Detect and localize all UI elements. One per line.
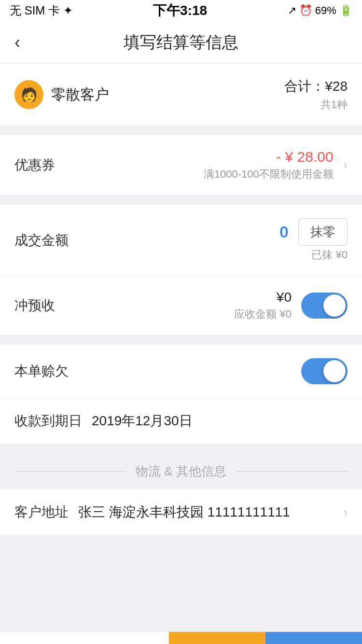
deal-amount-value: 0	[279, 223, 289, 241]
back-button[interactable]: ‹	[14, 34, 20, 51]
coupon-row[interactable]: 优惠券 - ¥ 28.00 满1000-100不限制使用金额 ›	[0, 135, 362, 195]
coupon-right: - ¥ 28.00 满1000-100不限制使用金额 ›	[204, 149, 348, 182]
status-right: ↗ ⏰ 69% 🔋	[288, 4, 352, 17]
prepay-value: ¥0	[277, 290, 292, 305]
chevron-right-icon: ›	[343, 157, 348, 173]
hold-button[interactable]: 挂单	[169, 632, 265, 644]
bottom-spacer	[0, 535, 362, 631]
footer: 成交： ¥ 0 共1种 挂单 保存	[0, 631, 362, 644]
prepay-row: 冲预收 ¥0 应收金额 ¥0	[0, 276, 362, 335]
divider-line-left	[14, 471, 126, 472]
content-area: 🧑 零散客户 合计：¥28 共1种 优惠券 - ¥ 28.00 满1000-10…	[0, 64, 362, 631]
coupon-subtext: 满1000-100不限制使用金额	[204, 167, 334, 182]
coupon-label: 优惠券	[14, 156, 55, 174]
coupon-section: 优惠券 - ¥ 28.00 满1000-100不限制使用金额 ›	[0, 135, 362, 195]
status-time: 下午3:18	[153, 1, 207, 20]
coupon-value-col: - ¥ 28.00 满1000-100不限制使用金额	[204, 149, 334, 182]
amount-section: 成交金额 0 抹零 已抹 ¥0 冲预收 ¥0 应收金额 ¥0	[0, 205, 362, 335]
customer-count: 共1种	[284, 98, 348, 112]
footer-deal-value: ¥ 0	[56, 641, 77, 644]
deal-amount-subtext: 已抹 ¥0	[311, 248, 348, 262]
prepay-toggle[interactable]	[301, 293, 348, 319]
address-label: 客户地址	[14, 503, 69, 521]
address-row[interactable]: 客户地址 张三 海淀永丰科技园 11111111111 ›	[0, 490, 362, 535]
customer-name: 零散客户	[51, 85, 109, 105]
avatar: 🧑	[14, 80, 43, 109]
avatar-icon: 🧑	[21, 87, 38, 103]
status-left: 无 SIM 卡 ✦	[10, 3, 73, 18]
coupon-value: - ¥ 28.00	[276, 149, 333, 165]
prepay-right: ¥0 应收金额 ¥0	[234, 290, 348, 322]
footer-info: 成交： ¥ 0 共1种	[0, 641, 169, 644]
customer-info: 🧑 零散客户	[14, 80, 109, 109]
debt-row: 本单赊欠	[0, 345, 362, 398]
nav-bar: ‹ 填写结算等信息	[0, 21, 362, 64]
footer-deal-row: 成交： ¥ 0	[14, 641, 154, 644]
customer-total-area: 合计：¥28 共1种	[284, 77, 348, 112]
due-date-label: 收款到期日	[14, 412, 82, 430]
debt-label: 本单赊欠	[14, 362, 69, 380]
logistics-divider: 物流 & 其他信息	[0, 453, 362, 490]
deal-amount-label: 成交金额	[14, 231, 69, 250]
due-date-row: 收款到期日 2019年12月30日	[0, 398, 362, 444]
debt-toggle[interactable]	[301, 358, 348, 384]
due-date-value: 2019年12月30日	[92, 412, 193, 430]
logistics-text: 物流 & 其他信息	[136, 463, 226, 480]
deal-amount-right: 0 抹零 已抹 ¥0	[279, 218, 348, 262]
battery-icon: ↗ ⏰ 69% 🔋	[288, 4, 352, 17]
prepay-subtext: 应收金额 ¥0	[234, 307, 292, 322]
page-title: 填写结算等信息	[124, 31, 238, 54]
prepay-label: 冲预收	[14, 296, 55, 315]
amount-row-content: 0 抹零	[279, 218, 348, 246]
deal-amount-row: 成交金额 0 抹零 已抹 ¥0	[0, 205, 362, 276]
address-chevron-icon: ›	[343, 504, 348, 520]
round-zero-button[interactable]: 抹零	[298, 218, 348, 246]
customer-total: 合计：¥28	[284, 77, 348, 96]
toggle-knob	[323, 294, 346, 317]
status-bar: 无 SIM 卡 ✦ 下午3:18 ↗ ⏰ 69% 🔋	[0, 0, 362, 21]
customer-card: 🧑 零散客户 合计：¥28 共1种	[0, 64, 362, 126]
debt-section: 本单赊欠 收款到期日 2019年12月30日	[0, 345, 362, 444]
save-button[interactable]: 保存	[265, 632, 362, 644]
prepay-value-col: ¥0 应收金额 ¥0	[234, 290, 292, 322]
debt-toggle-knob	[323, 360, 346, 382]
address-value: 张三 海淀永丰科技园 11111111111	[78, 503, 343, 521]
divider-line-right	[236, 471, 348, 472]
